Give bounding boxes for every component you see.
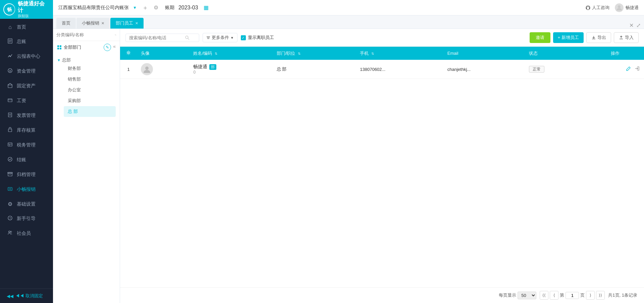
- row-status: 正常: [525, 60, 586, 79]
- add-company-btn[interactable]: ＋: [142, 4, 148, 12]
- company-dropdown-icon[interactable]: ▼: [133, 5, 137, 10]
- th-name[interactable]: 姓名/编码 ⇅: [189, 47, 272, 60]
- edit-emp-btn[interactable]: [626, 66, 631, 73]
- dept-sort-icon[interactable]: ⇅: [298, 52, 301, 55]
- more-filter-btn[interactable]: 更多条件 ▼: [203, 33, 237, 42]
- svg-point-27: [9, 231, 10, 233]
- sidebar-nav: ⌂ 首页 总账 云报表中心: [0, 19, 53, 289]
- svg-point-7: [10, 56, 11, 57]
- sidebar-item-label: 库存核算: [17, 127, 36, 133]
- name-sort-icon[interactable]: ⇅: [215, 52, 217, 55]
- th-settings[interactable]: [120, 47, 137, 60]
- emp-search-input[interactable]: [129, 35, 183, 40]
- prev-page-btn[interactable]: ⟨: [550, 291, 558, 300]
- svg-rect-37: [57, 48, 59, 49]
- show-resigned-checkbox[interactable]: [241, 35, 246, 40]
- row-email: chanjethkj...: [443, 60, 525, 79]
- row-phone: 138070602...: [356, 60, 443, 79]
- sidebar-item-contacts[interactable]: 社会员: [0, 226, 53, 241]
- dept-edit-btn[interactable]: ✎: [104, 44, 111, 51]
- dept-child-finance[interactable]: 财务部: [64, 63, 116, 74]
- user-menu[interactable]: 畅捷通: [615, 3, 639, 12]
- svg-point-45: [145, 67, 149, 70]
- dept-root-label[interactable]: ▼ 总部: [57, 57, 116, 63]
- tab-department[interactable]: 部门员工 ✕: [110, 18, 144, 29]
- svg-rect-35: [57, 45, 59, 47]
- sidebar-item-label: 资金管理: [17, 68, 36, 74]
- dept-child-sales[interactable]: 销售部: [64, 74, 116, 85]
- emp-name: 畅捷通: [193, 64, 207, 70]
- reports-icon: [7, 53, 13, 60]
- expand-tab-btn[interactable]: ⤢: [636, 22, 641, 29]
- page-total: 共1页, 1条记录: [608, 292, 637, 298]
- tab-department-close-icon[interactable]: ✕: [135, 21, 138, 26]
- th-status: 状态: [525, 47, 586, 60]
- invite-btn[interactable]: 邀请: [530, 32, 550, 43]
- phone-sort-icon[interactable]: ⇅: [371, 52, 374, 55]
- sidebar-item-invoice[interactable]: 发票管理: [0, 108, 53, 123]
- home-icon: ⌂: [7, 24, 13, 30]
- action-btns: [590, 66, 640, 73]
- sidebar-item-salary[interactable]: 工资: [0, 93, 53, 108]
- tab-expense-label: 小畅报销: [82, 20, 99, 26]
- add-emp-btn[interactable]: + 新增员工: [553, 32, 584, 43]
- sidebar-item-archive[interactable]: 归档管理: [0, 167, 53, 182]
- sidebar-item-settlement[interactable]: 结账: [0, 153, 53, 167]
- all-dept-label[interactable]: 全部部门: [57, 44, 81, 50]
- dept-search-icon[interactable]: [115, 33, 116, 37]
- emp-table: 头像 姓名/编码 ⇅ 部门/职位 ⇅ 手机 ⇅: [120, 47, 644, 79]
- last-page-btn[interactable]: ⟩⟩: [596, 291, 605, 300]
- sidebar-item-inventory[interactable]: 库存核算: [0, 123, 53, 138]
- svg-point-19: [8, 157, 12, 161]
- dept-child-office[interactable]: 办公室: [64, 85, 116, 95]
- cancel-pin-btn[interactable]: ◀◀ ◀◀ 取消固定: [0, 289, 53, 303]
- sidebar-item-tax[interactable]: 税务管理: [0, 138, 53, 153]
- sidebar-item-ledger[interactable]: 总账: [0, 34, 53, 49]
- salary-icon: [7, 97, 13, 104]
- app-name: 畅捷通好会计: [18, 0, 50, 13]
- export-btn[interactable]: 导出: [586, 32, 611, 43]
- close-tab-btn[interactable]: ✕: [629, 22, 634, 29]
- svg-text:?: ?: [9, 217, 11, 220]
- sidebar-item-home[interactable]: ⌂ 首页: [0, 20, 53, 34]
- sidebar-item-guide[interactable]: ? 新手引导: [0, 211, 53, 226]
- dept-tree: ▼ 总部 财务部 销售部 办公室 采购部 总 部: [53, 54, 120, 303]
- sidebar-item-reports[interactable]: 云报表中心: [0, 49, 53, 64]
- service-btn[interactable]: 人工咨询: [585, 5, 609, 11]
- dept-search-input[interactable]: [56, 32, 113, 37]
- page-content: 全部部门 ✎ « ▼ 总部 财务部 销售部 办公室: [53, 29, 644, 303]
- svg-rect-38: [60, 48, 61, 49]
- row-actions: [586, 60, 644, 79]
- dept-badge: 部: [209, 64, 216, 70]
- toolbar-right-actions: 邀请 + 新增员工 导出 导入: [530, 32, 639, 43]
- sidebar-item-fixed-assets[interactable]: 固定资产: [0, 79, 53, 93]
- row-dept: 总 部: [273, 60, 356, 79]
- logout-emp-btn[interactable]: [635, 66, 640, 73]
- calendar-icon[interactable]: ▦: [204, 4, 209, 11]
- current-page-input[interactable]: [566, 292, 579, 299]
- first-page-btn[interactable]: ⟨⟨: [540, 291, 548, 300]
- emp-search-icon[interactable]: [185, 35, 190, 40]
- export-label: 导出: [597, 35, 606, 41]
- th-dept[interactable]: 部门/职位 ⇅: [273, 47, 356, 60]
- sidebar-item-settings[interactable]: ⚙ 基础设置: [0, 197, 53, 211]
- company-settings-icon[interactable]: ⚙: [154, 4, 158, 11]
- cancel-pin-icon: ◀◀: [7, 294, 13, 299]
- sidebar-item-expense[interactable]: 小畅报销: [0, 182, 53, 197]
- sidebar-item-label: 固定资产: [17, 83, 36, 89]
- dept-child-general[interactable]: 总 部: [64, 106, 116, 117]
- tab-expense-close-icon[interactable]: ✕: [101, 21, 104, 26]
- collapse-btn[interactable]: «: [113, 44, 116, 51]
- import-btn[interactable]: 导入: [614, 32, 639, 43]
- per-page-select[interactable]: 10 20 50 100: [518, 292, 536, 299]
- grid-icon: [57, 45, 62, 50]
- page-label-suffix: 页: [580, 292, 585, 298]
- tab-expense[interactable]: 小畅报销 ✕: [76, 18, 110, 29]
- tab-home[interactable]: 首页: [56, 18, 76, 29]
- sidebar-item-assets-mgmt[interactable]: ¥ 资金管理: [0, 64, 53, 79]
- next-page-btn[interactable]: ⟩: [586, 291, 595, 300]
- dept-child-purchase[interactable]: 采购部: [64, 95, 116, 106]
- emp-code: 0: [193, 70, 268, 75]
- th-phone[interactable]: 手机 ⇅: [356, 47, 443, 60]
- import-label: 导入: [625, 35, 634, 41]
